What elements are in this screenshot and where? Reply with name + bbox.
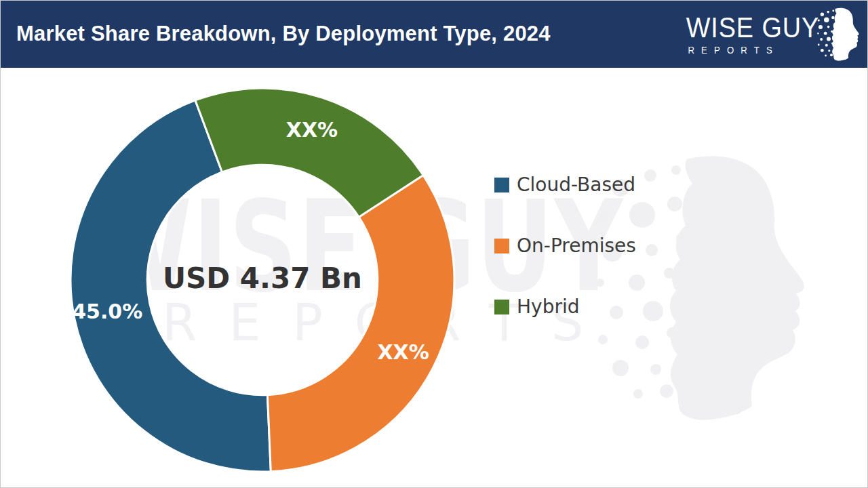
slice-label: XX% <box>286 118 338 142</box>
wise-guy-logo: WISE GUY REPORTS <box>668 4 860 64</box>
donut-chart: 45.0%XX%XX% <box>1 68 867 487</box>
legend-swatch <box>494 239 509 253</box>
wise-guy-face-icon <box>815 7 860 61</box>
legend-label: Hybrid <box>517 300 579 314</box>
legend-label: Cloud-Based <box>517 178 635 192</box>
logo-tagline: REPORTS <box>686 44 819 56</box>
donut-slice-on-premises <box>267 175 454 471</box>
logo-text: WISE GUY REPORTS <box>686 13 819 56</box>
legend-item-on-premises: On-Premises <box>494 239 636 253</box>
legend-swatch <box>494 300 509 314</box>
legend-swatch <box>494 178 509 192</box>
donut-slice-hybrid <box>195 88 423 217</box>
chart-center-value: USD 4.37 Bn <box>163 262 362 295</box>
header: Market Share Breakdown, By Deployment Ty… <box>0 0 868 68</box>
legend-label: On-Premises <box>517 239 636 253</box>
page-title: Market Share Breakdown, By Deployment Ty… <box>16 22 551 46</box>
market-share-report-card: Market Share Breakdown, By Deployment Ty… <box>0 0 868 488</box>
slice-label: 45.0% <box>72 300 142 323</box>
logo-name: WISE GUY <box>686 13 819 42</box>
legend-item-hybrid: Hybrid <box>494 300 636 314</box>
slice-label: XX% <box>377 340 429 364</box>
chart-legend: Cloud-BasedOn-PremisesHybrid <box>494 178 636 314</box>
chart-area: WISE GUY REPORTS 45.0%XX%XX% USD 4.37 Bn… <box>1 68 867 487</box>
legend-item-cloud-based: Cloud-Based <box>494 178 636 192</box>
